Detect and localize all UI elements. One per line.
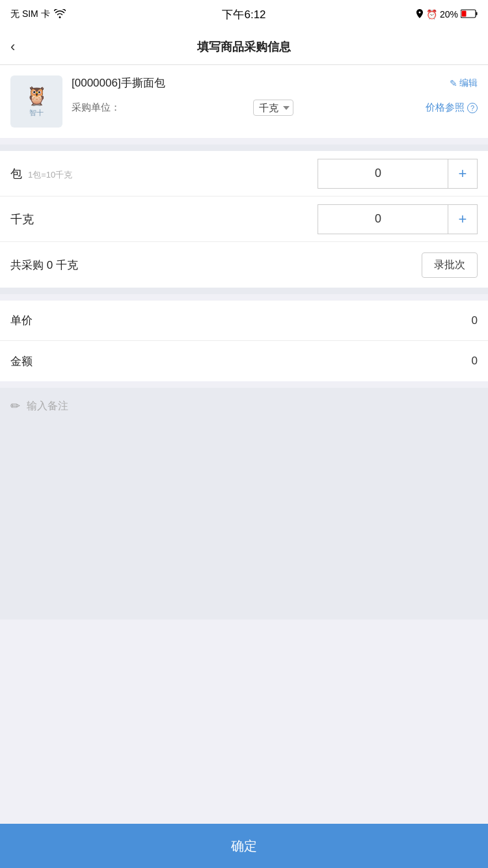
unit-price-label: 单价 (10, 313, 33, 328)
section-sep-2 (0, 288, 488, 294)
batch-button[interactable]: 录批次 (422, 252, 478, 278)
remark-icon: ✏ (10, 399, 20, 413)
svg-rect-1 (462, 10, 467, 16)
confirm-label: 确定 (231, 837, 257, 855)
bao-input-group: + (72, 159, 478, 189)
bao-row: 包 1包=10千克 + (0, 151, 488, 197)
page-title: 填写商品采购信息 (197, 39, 291, 55)
product-thumbnail: 🦉 智十 (10, 75, 62, 128)
edit-icon: ✎ (450, 78, 457, 88)
bao-input[interactable] (318, 159, 448, 189)
status-left: 无 SIM 卡 (10, 8, 66, 20)
kg-input[interactable] (318, 204, 448, 234)
input-section: 包 1包=10千克 + 千克 + (0, 151, 488, 242)
amount-value: 0 (472, 355, 478, 368)
price-section: 单价 0 金额 0 (0, 301, 488, 381)
price-ref-link[interactable]: 价格参照 ? (426, 102, 478, 114)
help-icon: ? (467, 103, 478, 113)
unit-row: 采购单位： 千克 包 价格参照 ? (72, 100, 478, 116)
kg-row: 千克 + (0, 197, 488, 242)
amount-row: 金额 0 (0, 341, 488, 381)
edit-link[interactable]: ✎ 编辑 (450, 77, 478, 89)
product-card: 🦉 智十 [0000006]手撕面包 ✎ 编辑 采购单位： 千克 包 价格参照 … (0, 65, 488, 138)
total-row: 共采购 0 千克 录批次 (0, 242, 488, 288)
nav-bar: ‹ 填写商品采购信息 (0, 29, 488, 65)
status-time: 下午6:12 (222, 7, 265, 22)
bao-plus-button[interactable]: + (448, 159, 478, 189)
remark-placeholder: 输入备注 (27, 400, 68, 413)
bao-sublabel: 1包=10千克 (28, 170, 72, 180)
kg-input-group: + (56, 204, 478, 234)
unit-price-value: 0 (472, 314, 478, 327)
status-bar: 无 SIM 卡 下午6:12 ⏰ 20% (0, 0, 488, 29)
kg-label: 千克 (10, 211, 56, 227)
amount-label: 金额 (10, 354, 33, 369)
price-ref-label: 价格参照 (426, 102, 465, 114)
battery-icon (461, 9, 478, 20)
wifi-icon (54, 9, 66, 20)
unit-select[interactable]: 千克 包 (253, 100, 293, 116)
kg-plus-button[interactable]: + (448, 204, 478, 234)
product-name: [0000006]手撕面包 (72, 75, 165, 90)
alarm-icon: ⏰ (426, 9, 437, 20)
no-sim-label: 无 SIM 卡 (10, 8, 50, 20)
back-button[interactable]: ‹ (10, 38, 15, 55)
product-owl-icon: 🦉 (25, 85, 48, 107)
location-icon (416, 9, 424, 20)
edit-label: 编辑 (459, 77, 478, 89)
status-right: ⏰ 20% (416, 9, 478, 20)
product-info: [0000006]手撕面包 ✎ 编辑 采购单位： 千克 包 价格参照 ? (72, 75, 478, 116)
unit-price-row: 单价 0 (0, 301, 488, 341)
confirm-bar[interactable]: 确定 (0, 824, 488, 868)
svg-rect-2 (476, 12, 478, 15)
product-thumb-text: 智十 (29, 108, 44, 118)
remark-section[interactable]: ✏ 输入备注 (0, 388, 488, 424)
total-text: 共采购 0 千克 (10, 258, 78, 273)
section-sep-1 (0, 144, 488, 151)
bao-label: 包 1包=10千克 (10, 166, 72, 182)
battery-pct: 20% (440, 9, 458, 20)
unit-label: 采购单位： (72, 102, 120, 114)
bottom-filler (0, 424, 488, 619)
product-name-row: [0000006]手撕面包 ✎ 编辑 (72, 75, 478, 90)
